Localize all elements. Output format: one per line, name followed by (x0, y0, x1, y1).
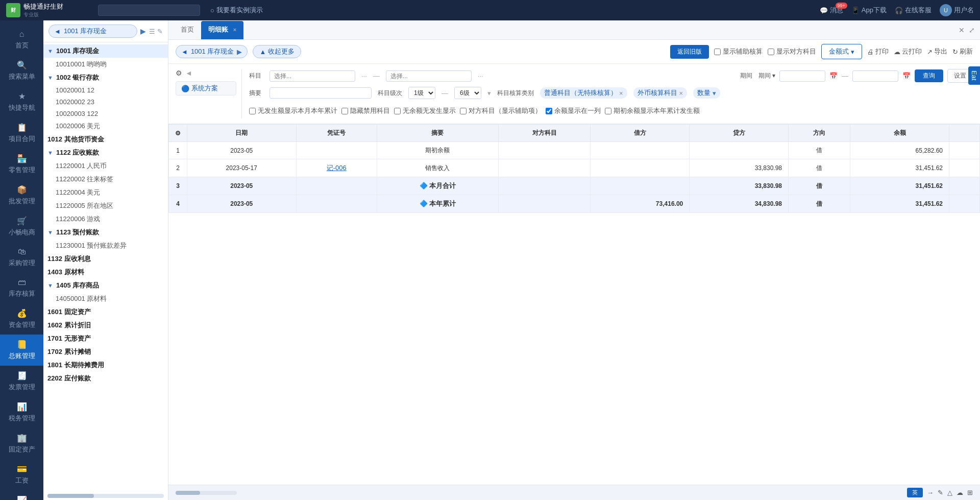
expand-more-btn[interactable]: ▲ 收起更多 (253, 45, 301, 58)
tree-item-1702[interactable]: 1702 累计摊销 (43, 345, 168, 359)
message-btn[interactable]: 💬 消息 99+ (820, 6, 843, 15)
tag-foreign[interactable]: 外币核算科目 × (633, 87, 688, 99)
tree-edit-icon[interactable]: ✎ (157, 28, 163, 35)
tree-item-1601[interactable]: 1601 固定资产 (43, 305, 168, 319)
tree-item-1001[interactable]: ▼ 1001 库存现金 (43, 44, 168, 58)
bottom-icon5[interactable]: ⊞ (967, 489, 973, 496)
tab-close-all-icon[interactable]: ✕ (959, 26, 965, 34)
export-btn[interactable]: ↗ 导出 (927, 47, 947, 56)
show-opposite-input[interactable] (768, 49, 774, 55)
tree-item-1122[interactable]: ▼ 1122 应收账款 (43, 146, 168, 159)
table-row[interactable]: 2 2023-05-17 记-006 销售收入 33,830.98 借 31,4… (169, 159, 980, 177)
cell-voucher[interactable]: 记-006 (296, 159, 377, 177)
sidebar-item-home[interactable]: ⌂ 首页 (0, 25, 43, 55)
tree-item-11220005[interactable]: 11220005 所在地区 (43, 199, 168, 212)
filter-back-icon[interactable]: ◄ (185, 69, 192, 77)
sidebar-item-ecommerce[interactable]: 🛒 小畅电商 (0, 211, 43, 242)
print-btn[interactable]: 🖨 打印 (867, 47, 889, 56)
refresh-btn[interactable]: ↻ 刷新 (952, 47, 973, 56)
cb5-input[interactable] (546, 108, 552, 114)
table-row[interactable]: 4 2023-05 🔷 本年累计 73,416.00 34,830.98 借 3… (169, 195, 980, 213)
cb4-input[interactable] (460, 108, 467, 114)
tree-item-1801[interactable]: 1801 长期待摊费用 (43, 359, 168, 372)
tag-quantity[interactable]: 数量 ▾ (693, 87, 720, 99)
tree-item-11220001[interactable]: 11220001 人民币 (43, 159, 168, 173)
sidebar-item-ledger[interactable]: 📒 总账管理 (0, 335, 43, 366)
query-scheme-btn[interactable]: 🔵 系统方案 (176, 81, 236, 96)
filter-settings-icon[interactable]: ⚙ (176, 69, 182, 77)
tree-item-1602[interactable]: 1602 累计折旧 (43, 319, 168, 332)
tab-detail[interactable]: 明细账 × (201, 21, 243, 39)
tree-item-10020002[interactable]: 10020002 23 (43, 96, 168, 108)
bottom-icon3[interactable]: △ (947, 489, 952, 496)
tree-item-11230001[interactable]: 11230001 预付账款差异 (43, 239, 168, 252)
online-service-btn[interactable]: 🎧 在线客服 (895, 6, 932, 15)
tree-item-1002[interactable]: ▼ 1002 银行存款 (43, 71, 168, 84)
calendar-icon2[interactable]: 📅 (902, 72, 911, 80)
level-end-select[interactable]: 6级1级2级 (454, 87, 481, 99)
tab-expand-icon[interactable]: ⤢ (969, 26, 975, 34)
tree-item-1123[interactable]: ▼ 1123 预付账款 (43, 226, 168, 239)
subject-end-input[interactable] (386, 70, 472, 82)
tree-item-10020001[interactable]: 10020001 12 (43, 84, 168, 96)
period-mode-select[interactable]: 期间 ▾ (758, 72, 775, 80)
cb2-label[interactable]: 隐藏禁用科目 (341, 106, 390, 115)
tree-search-badge[interactable]: ◄ 1001 库存现金 (48, 25, 137, 38)
tree-item-14050001[interactable]: 14050001 原材料 (43, 292, 168, 305)
sidebar-item-retail[interactable]: 🏪 零售管理 (0, 149, 43, 180)
app-download-btn[interactable]: 📱 App下载 (851, 6, 887, 15)
query-btn[interactable]: 查询 (915, 69, 943, 82)
sidebar-item-inventory[interactable]: 🗃 库存核算 (0, 273, 43, 303)
tree-item-1701[interactable]: 1701 无形资产 (43, 332, 168, 345)
sidebar-item-shortcut[interactable]: ★ 快捷导航 (0, 86, 43, 117)
subject-input[interactable] (270, 70, 355, 82)
cb3-label[interactable]: 无余额无发生显示 (394, 106, 456, 115)
level-start-select[interactable]: 1级2级3级 (408, 87, 435, 99)
top-search-input[interactable] (98, 5, 200, 16)
table-row[interactable]: 3 2023-05 🔷 本月合计 33,830.98 借 31,451.62 (169, 177, 980, 195)
tag-foreign-remove[interactable]: × (679, 89, 683, 97)
tree-item-10020006[interactable]: 10020006 美元 (43, 120, 168, 133)
tree-list-icon[interactable]: ☰ (149, 28, 155, 35)
table-row[interactable]: 1 2023-05 期初余额 借 65,282.60 (169, 142, 980, 159)
show-opposite-checkbox[interactable]: 显示对方科目 (768, 47, 816, 56)
tab-close-btn[interactable]: × (233, 27, 236, 33)
show-auxiliary-input[interactable] (714, 49, 721, 55)
tag-normal[interactable]: 普通科目（无特殊核算） × (540, 87, 627, 99)
bottom-icon4[interactable]: ☁ (957, 489, 963, 496)
tree-item-2202[interactable]: 2202 应付账款 (43, 372, 168, 385)
cb4-label[interactable]: 对方科目（显示辅助项） (460, 106, 542, 115)
sidebar-item-wholesale[interactable]: 📦 批发管理 (0, 180, 43, 211)
bottom-icon2[interactable]: ✎ (938, 489, 943, 496)
tag-normal-remove[interactable]: × (619, 89, 623, 97)
summary-input[interactable] (270, 87, 372, 99)
right-panel-btn[interactable]: Eat (968, 66, 980, 85)
tab-home[interactable]: 首页 (174, 21, 201, 39)
cb2-input[interactable] (341, 108, 348, 114)
cb1-input[interactable] (249, 108, 256, 114)
calendar-icon1[interactable]: 📅 (829, 72, 838, 80)
cb6-label[interactable]: 期初余额显示本年累计发生额 (605, 106, 700, 115)
language-btn[interactable]: 英 (907, 488, 923, 497)
tree-item-11220006[interactable]: 11220006 游戏 (43, 212, 168, 226)
amount-mode-btn[interactable]: 金额式 ▾ (821, 44, 862, 59)
tree-item-10020003[interactable]: 10020003 122 (43, 108, 168, 120)
sidebar-item-assets[interactable]: 🏢 固定资产 (0, 428, 43, 459)
period-start-input[interactable]: 2023-05 (779, 70, 825, 82)
tree-item-1405[interactable]: ▼ 1405 库存商品 (43, 279, 168, 292)
quantity-arrow[interactable]: ▾ (713, 89, 716, 97)
bottom-icon1[interactable]: → (927, 489, 934, 496)
sidebar-item-salary[interactable]: 💳 工资 (0, 459, 43, 490)
user-area[interactable]: U 用户名 (940, 4, 974, 16)
sidebar-item-search[interactable]: 🔍 搜索菜单 (0, 55, 43, 86)
th-settings[interactable]: ⚙ (169, 125, 187, 142)
sidebar-item-capital[interactable]: 💰 资金管理 (0, 303, 43, 335)
cb6-input[interactable] (605, 108, 611, 114)
cb5-label[interactable]: 余额显示在一列 (546, 106, 601, 115)
tree-item-11220004[interactable]: 11220004 美元 (43, 186, 168, 199)
return-old-btn[interactable]: 返回旧版 (670, 45, 709, 59)
tree-item-10010001[interactable]: 10010001 哟哟哟 (43, 58, 168, 71)
cb3-input[interactable] (394, 108, 401, 114)
tree-item-1132[interactable]: 1132 应收利息 (43, 252, 168, 266)
period-end-input[interactable]: 2023-05 (852, 70, 898, 82)
